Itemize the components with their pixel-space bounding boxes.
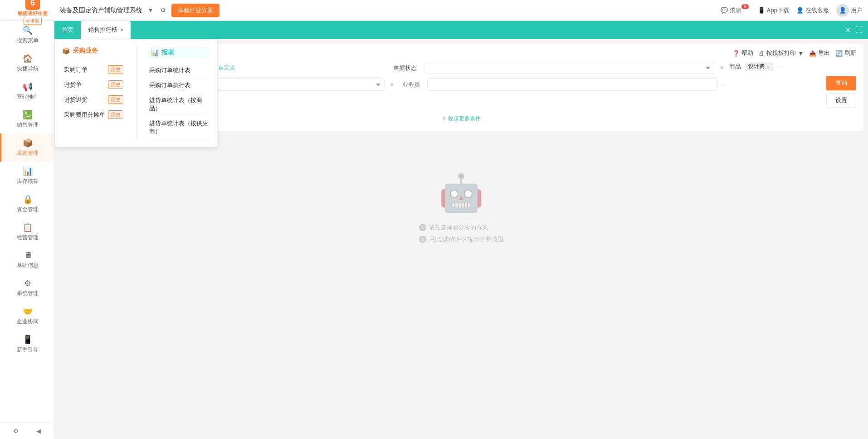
report-header-icon: 📊 [151,49,159,56]
empty-state: 🤖 ① 请先选择要分析的方案 ② 用[过滤]条件来缩小分析范围 [59,135,863,281]
dropdown-purchase-order[interactable]: 采购订单 历史 [62,62,125,77]
sidebar-collapse-icon[interactable]: ◀ [36,428,41,434]
app-icon: 📱 [758,7,765,14]
salesperson-input[interactable] [427,79,718,91]
online-service-btn[interactable]: 👤 在线客服 [796,6,829,15]
sidebar-item-finance[interactable]: 🔒 资金管理 [0,190,54,218]
basic-icon: 🖥 [24,251,32,260]
sidebar-item-label: 销售管理 [17,121,39,129]
purchase-dropdown-menu: 📦 采购业务 采购订单 历史 进货单 历史 进货退货 历史 采购费用分摊单 历史 [54,39,218,147]
dropdown-arrow-icon[interactable]: ▼ [146,6,155,15]
sidebar-item-label: 库存核算 [17,178,39,185]
print-icon: 🖨 [759,50,765,57]
sidebar-item-basic[interactable]: 🖥 基础信息 [0,246,54,274]
dropdown-stock-return[interactable]: 进货退货 历史 [62,92,125,107]
dropdown-divider [136,47,137,139]
history-badge-2: 历史 [108,80,123,89]
tab-actions: ✕ ⛶ [845,26,868,35]
dropdown-purchase-fee[interactable]: 采购费用分摊单 历史 [62,107,125,122]
dropdown-purchase-order-stat[interactable]: 采购订单统计表 [147,63,210,78]
message-icon: 💬 [721,7,728,14]
topbar-right: 💬 消息 9 📱 App下载 👤 在线客服 👤 用户 [721,4,863,17]
inventory-icon: 📊 [23,166,33,176]
help-btn[interactable]: ❓ 帮助 [732,49,753,57]
purchase-header-icon: 📦 [62,47,70,54]
messages-btn[interactable]: 💬 消息 9 [721,6,751,15]
topbar: 6 畅捷通好生意 标准版 装备及固定资产辅助管理系统 ▼ ⚙ 体验行业方案 💬 … [0,0,868,21]
salesperson-control: ··· [427,79,725,91]
gear-icon[interactable]: ⚙ [159,6,168,15]
topbar-center: 装备及固定资产辅助管理系统 ▼ ⚙ 体验行业方案 [60,4,721,17]
purchase-col-header: 📦 采购业务 [62,47,125,58]
shortcut-custom[interactable]: 自定义 [219,64,235,72]
goods-more-icon[interactable]: ··· [778,63,783,70]
salesperson-more-icon[interactable]: ··· [720,81,725,88]
sidebar-item-operations[interactable]: 📋 经营管理 [0,218,54,246]
rank-item-dropdown-icon[interactable]: ▼ [389,81,395,88]
goods-tag-close-icon[interactable]: × [766,64,770,70]
tab-bar: 首页 销售排行榜 × ✕ ⛶ [54,21,868,39]
industry-btn[interactable]: 体验行业方案 [171,4,219,17]
system-icon: ⚙ [24,278,31,288]
dropdown-stock-stat-goods[interactable]: 进货单统计表（按商品） [147,93,210,116]
system-title: 装备及固定资产辅助管理系统 [60,6,142,15]
sidebar: 🔍 搜索菜单 🏠 快捷导航 📢 营销推广 💹 销售管理 📦 采购管理 📊 库存核… [0,21,54,439]
doc-status-label: 单据状态 [393,64,417,72]
query-btn[interactable]: 查询 [826,76,856,90]
doc-status-more-icon[interactable]: ▼ [719,64,725,71]
message-badge: 9 [741,4,749,9]
tab-sales-rank[interactable]: 销售排行榜 × [81,21,131,39]
refresh-btn[interactable]: 🔄 刷新 [835,49,856,57]
dropdown-stock-stat-supplier[interactable]: 进货单统计表（按供应商） [147,116,210,139]
sidebar-item-enterprise[interactable]: 🤝 企业协同 [0,302,54,330]
purchase-icon: 📦 [23,138,33,148]
sidebar-item-search[interactable]: 🔍 搜索菜单 [0,21,54,49]
print-dropdown-icon[interactable]: ▼ [798,50,804,57]
avatar: 👤 [836,4,849,17]
export-btn[interactable]: 📤 导出 [809,49,830,57]
sidebar-item-purchase[interactable]: 📦 采购管理 [0,133,54,162]
settings-btn[interactable]: 设置 [826,93,856,108]
enterprise-icon: 🤝 [23,306,33,316]
sales-icon: 💹 [23,110,33,120]
sidebar-settings-icon[interactable]: ⚙ [13,428,19,434]
print-btn[interactable]: 🖨 按模板打印 ▼ [759,49,804,57]
empty-tips: ① 请先选择要分析的方案 ② 用[过滤]条件来缩小分析范围 [419,222,503,245]
logo-area: 6 畅捷通好生意 标准版 [5,0,60,25]
sidebar-item-label: 经营管理 [17,234,39,242]
history-badge-1: 历史 [108,65,123,74]
doc-status-control: ▼ [424,62,725,74]
sidebar-item-new-guide[interactable]: 📱 新手引导 [0,330,54,358]
logo-icon: 6 [25,0,40,10]
report-col: 📊 报表 采购订单统计表 采购订单执行表 进货单统计表（按商品） 进货单统计表（… [147,47,210,139]
sidebar-item-marketing[interactable]: 📢 营销推广 [0,77,54,105]
dropdown-stock-order[interactable]: 进货单 历史 [62,77,125,92]
salesperson-label: 业务员 [402,81,420,89]
sidebar-item-inventory[interactable]: 📊 库存核算 [0,162,54,190]
tab-close-icon[interactable]: × [120,27,123,33]
sidebar-item-quick-nav[interactable]: 🏠 快捷导航 [0,49,54,77]
empty-tip-2: ② 用[过滤]条件来缩小分析范围 [419,233,503,245]
home-icon: 🏠 [23,54,33,64]
sidebar-item-system[interactable]: ⚙ 系统管理 [0,274,54,302]
marketing-icon: 📢 [23,82,33,92]
logo-title: 畅捷通好生意 [18,10,48,17]
sidebar-item-label: 新手引导 [17,346,39,354]
dropdown-purchase-order-exec[interactable]: 采购订单执行表 [147,78,210,93]
user-btn[interactable]: 👤 用户 [836,4,863,17]
tab-fullscreen-icon[interactable]: ⛶ [855,26,863,34]
sidebar-item-label: 快捷导航 [17,65,39,73]
export-icon: 📤 [809,50,816,57]
app-download-btn[interactable]: 📱 App下载 [758,6,789,15]
new-guide-icon: 📱 [23,335,33,345]
tab-close-window-icon[interactable]: ✕ [845,26,851,35]
operations-icon: 📋 [23,222,33,232]
sidebar-item-label: 采购管理 [17,149,39,157]
sidebar-item-label: 基础信息 [17,261,39,269]
sidebar-bottom: ⚙ ◀ [0,423,54,439]
sidebar-item-label: 营销推广 [17,93,39,101]
empty-tip-1: ① 请先选择要分析的方案 [419,222,503,233]
help-icon: ❓ [732,50,740,57]
sidebar-item-sales[interactable]: 💹 销售管理 [0,105,54,133]
doc-status-select[interactable] [424,62,714,74]
